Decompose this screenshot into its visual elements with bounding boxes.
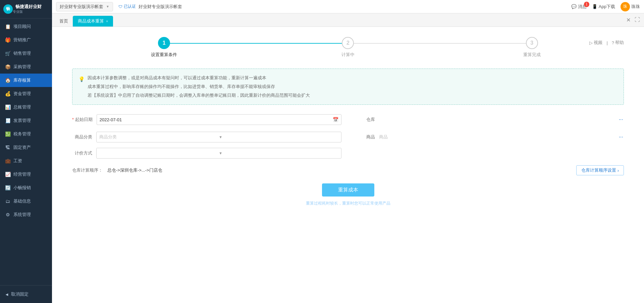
sidebar-item-tax[interactable]: 💹 税务管理	[0, 127, 52, 141]
category-select[interactable]: 商品分类 ▼	[96, 132, 341, 142]
app-download-button[interactable]: 📱 App下载	[592, 4, 615, 10]
message-icon: 💬	[571, 4, 577, 9]
app-logo-icon: 畅	[3, 4, 13, 14]
sidebar-item-label: 固定资产	[13, 144, 31, 150]
inventory-icon: 🏠	[5, 77, 11, 83]
tab-close-button[interactable]: ×	[106, 19, 108, 23]
maximize-icon[interactable]: ⛶	[635, 17, 640, 23]
sidebar-item-basic[interactable]: 🗂 基础信息	[0, 194, 52, 208]
basic-icon: 🗂	[5, 198, 11, 204]
step-2-label: 计算中	[341, 52, 355, 58]
sidebar-item-purchase[interactable]: 📦 采购管理	[0, 60, 52, 74]
sidebar-item-salary[interactable]: 💼 工资	[0, 154, 52, 168]
sidebar-item-label: 营销推广	[13, 37, 31, 43]
verified-label: 已认证	[124, 4, 136, 9]
warehouse-order-settings-button[interactable]: 仓库计算顺序设置 ›	[576, 165, 624, 175]
sidebar-item-label: 经营管理	[13, 171, 31, 177]
assets-icon: 🏗	[5, 144, 11, 150]
start-date-input-wrapper[interactable]: 📅	[97, 114, 341, 125]
shield-icon: 🛡	[118, 4, 122, 9]
question-icon: ?	[612, 40, 614, 45]
video-link[interactable]: ▷ 视频	[589, 40, 602, 46]
goods-row: 商品 商品 ···	[355, 132, 624, 142]
warehouse-order-btn-label: 仓库计算顺序设置	[581, 167, 616, 173]
tabs-actions: ✕ ⛶	[626, 13, 644, 27]
start-date-input[interactable]	[100, 117, 331, 122]
sidebar-item-accounting[interactable]: 📊 总账管理	[0, 100, 52, 114]
help-link-label: 帮助	[615, 40, 624, 46]
tabs-bar: 首页 商品成本重算 × ✕ ⛶	[52, 13, 644, 27]
step-2-number: 2	[346, 40, 350, 46]
tab-home-label: 首页	[59, 18, 68, 24]
sidebar-item-project[interactable]: 📋 项目顾问	[0, 20, 52, 33]
category-chevron-icon: ▼	[219, 135, 338, 139]
goods-picker-button[interactable]: ···	[618, 134, 624, 140]
pricing-select[interactable]: ▼	[96, 148, 341, 159]
step-3-circle: 3	[526, 37, 538, 49]
invoice-icon: 🧾	[5, 118, 11, 124]
warehouse-label: 仓库	[355, 117, 375, 123]
step-2: 2 计算中	[256, 37, 440, 58]
close-window-icon[interactable]: ✕	[626, 17, 631, 23]
cancel-pin-button[interactable]: ◄ 取消固定	[0, 288, 52, 300]
sidebar-item-assets[interactable]: 🏗 固定资产	[0, 141, 52, 154]
category-placeholder: 商品分类	[99, 134, 219, 140]
sidebar-footer: ◄ 取消固定	[0, 285, 52, 303]
account-selector[interactable]: 好业财专业版演示帐套 ▼	[56, 2, 113, 11]
company-name: 好业财专业版演示帐套	[139, 4, 182, 10]
sidebar-item-sales[interactable]: 🛒 销售管理	[0, 47, 52, 60]
step-1-label: 设置重算条件	[151, 52, 177, 58]
cancel-pin-label: 取消固定	[11, 291, 29, 297]
sidebar-item-label: 工资	[13, 158, 22, 164]
cancel-pin-icon: ◄	[5, 292, 9, 297]
app-title: 畅捷通好业财	[15, 4, 42, 9]
recalc-button[interactable]: 重算成本	[322, 183, 374, 197]
pricing-row: 计价方式 ▼	[72, 148, 341, 159]
sidebar-title-block: 畅捷通好业财 专业版	[13, 4, 42, 14]
sidebar-item-label: 基础信息	[13, 198, 31, 204]
steps-container: 1 设置重算条件 2 计算中 3 重算完成	[72, 37, 624, 58]
calendar-icon[interactable]: 📅	[333, 117, 338, 122]
info-box: 💡 因成本计算参数调整，或是对商品成本有疑问时，可以通过成本重算功能，重新计算一…	[72, 69, 624, 105]
sidebar-item-label: 总账管理	[13, 104, 31, 110]
sidebar-item-operation[interactable]: 📈 经营管理	[0, 168, 52, 181]
info-line-2: 成本重算过程中，影响库存账的操作均不能操作，比如进货单、销货单、库存单据不能审核…	[88, 82, 310, 91]
recalc-hint: 重算过程耗时较长，重算时您可以正常使用产品	[72, 201, 624, 206]
info-icon: 💡	[78, 74, 85, 84]
warehouse-order-value: 总仓->深圳仓库->...->门店仓	[107, 167, 572, 173]
tax-icon: 💹	[5, 131, 11, 137]
user-name: 珠珠	[631, 4, 640, 10]
accounting-icon: 📊	[5, 104, 11, 110]
app-subtitle: 专业版	[13, 9, 42, 14]
goods-label: 商品	[355, 134, 375, 140]
start-date-label: * 起始日期	[72, 117, 93, 123]
project-icon: 📋	[5, 24, 11, 30]
play-icon: ▷	[589, 40, 593, 45]
sidebar-nav: 📋 项目顾问 🎁 营销推广 🛒 销售管理 📦 采购管理 🏠 库存核算 💰 资金管…	[0, 18, 52, 285]
sidebar-item-finance[interactable]: 💰 资金管理	[0, 87, 52, 100]
topbar-right: 💬 消息 1 📱 App下载 珠 珠珠	[571, 2, 640, 11]
tab-recalc-label: 商品成本重算	[78, 18, 104, 24]
sidebar-item-expense[interactable]: 🔄 小畅报销	[0, 181, 52, 194]
goods-placeholder: 商品	[379, 134, 615, 140]
message-button[interactable]: 💬 消息 1	[571, 4, 587, 10]
help-link[interactable]: ? 帮助	[612, 40, 624, 46]
finance-icon: 💰	[5, 91, 11, 97]
step-1-number: 1	[163, 40, 166, 46]
tab-home[interactable]: 首页	[55, 16, 73, 27]
user-profile-button[interactable]: 珠 珠珠	[621, 2, 640, 11]
step-3-label: 重算完成	[523, 52, 541, 58]
pricing-chevron-icon: ▼	[219, 151, 338, 155]
warehouse-picker-button[interactable]: ···	[618, 117, 624, 123]
sidebar-item-marketing[interactable]: 🎁 营销推广	[0, 33, 52, 47]
sidebar-item-system[interactable]: ⚙ 系统管理	[0, 208, 52, 221]
tab-recalc[interactable]: 商品成本重算 ×	[73, 16, 113, 27]
video-link-label: 视频	[594, 40, 602, 46]
sidebar-item-label: 系统管理	[13, 212, 31, 218]
sidebar-item-invoice[interactable]: 🧾 发票管理	[0, 114, 52, 127]
info-line-3: 若【系统设置】中启用了自动调整记账日期时，会调整入库单的整单记账日期，因此重新计…	[88, 91, 310, 100]
sidebar-item-inventory[interactable]: 🏠 库存核算	[0, 74, 52, 87]
message-badge: 1	[584, 2, 589, 7]
topbar: 好业财专业版演示帐套 ▼ 🛡 已认证 好业财专业版演示帐套 💬 消息 1 📱 A…	[52, 0, 644, 13]
sidebar-item-label: 小畅报销	[13, 185, 31, 191]
